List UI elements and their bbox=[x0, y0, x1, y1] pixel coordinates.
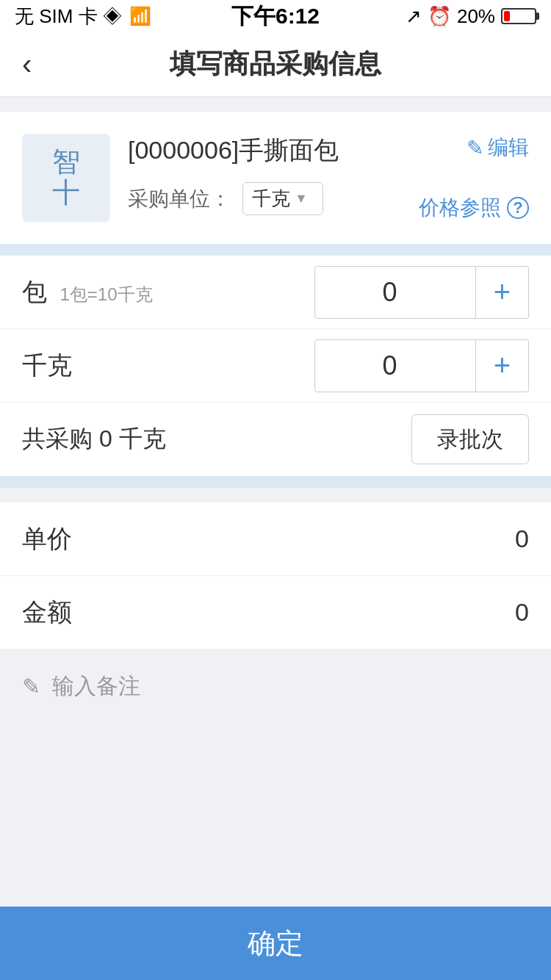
bao-plus-button[interactable]: + bbox=[476, 266, 529, 319]
remark-section[interactable]: ✎ 输入备注 bbox=[0, 649, 551, 724]
input-section: 包 1包=10千克 + 千克 + bbox=[0, 256, 551, 403]
status-right: ↗ ⏰ 20% bbox=[406, 5, 536, 28]
header: ‹ 填写商品采购信息 bbox=[0, 32, 551, 97]
remark-placeholder: 输入备注 bbox=[52, 671, 140, 702]
no-sim-text: 无 SIM 卡 ◈ bbox=[15, 4, 122, 29]
product-card: 智 十 [0000006]手撕面包 采购单位： 千克 ✎ 编辑 价格参照 ? bbox=[0, 112, 551, 244]
edit-button[interactable]: ✎ 编辑 bbox=[467, 134, 529, 162]
edit-icon: ✎ bbox=[467, 136, 483, 160]
unit-price-row: 单价 0 bbox=[0, 502, 551, 576]
confirm-button[interactable]: 确定 bbox=[0, 907, 551, 980]
bao-input-row: 包 1包=10千克 + bbox=[0, 256, 551, 329]
back-button[interactable]: ‹ bbox=[22, 48, 32, 81]
kg-label: 千克 bbox=[22, 349, 314, 383]
amount-label: 金额 bbox=[22, 596, 72, 630]
wifi-icon: 📶 bbox=[129, 6, 151, 26]
edit-label: 编辑 bbox=[488, 134, 529, 162]
amount-value: 0 bbox=[515, 598, 529, 627]
location-icon: ↗ bbox=[406, 5, 422, 28]
amount-row: 金额 0 bbox=[0, 576, 551, 649]
kg-plus-button[interactable]: + bbox=[476, 339, 529, 392]
price-section: 单价 0 金额 0 bbox=[0, 502, 551, 649]
divider-blue-2 bbox=[0, 476, 551, 488]
price-ref-label: 价格参照 bbox=[419, 194, 501, 222]
product-logo: 智 十 bbox=[52, 147, 80, 209]
battery-percent: 20% bbox=[457, 5, 495, 28]
status-time: 下午6:12 bbox=[231, 1, 320, 32]
price-ref-button[interactable]: 价格参照 ? bbox=[419, 194, 529, 222]
divider-blue bbox=[0, 244, 551, 256]
page-title: 填写商品采购信息 bbox=[170, 46, 381, 82]
bao-sublabel: 1包=10千克 bbox=[60, 284, 152, 304]
summary-text: 共采购 0 千克 bbox=[22, 423, 166, 455]
unit-price-label: 单价 bbox=[22, 522, 72, 556]
status-bar: 无 SIM 卡 ◈ 📶 下午6:12 ↗ ⏰ 20% bbox=[0, 0, 551, 32]
status-left: 无 SIM 卡 ◈ 📶 bbox=[15, 4, 151, 29]
kg-control: + bbox=[314, 339, 529, 392]
kg-input[interactable] bbox=[314, 339, 476, 392]
unit-dropdown[interactable]: 千克 bbox=[242, 182, 323, 215]
unit-label: 采购单位： bbox=[128, 185, 231, 213]
info-icon: ? bbox=[507, 197, 529, 219]
record-batch-button[interactable]: 录批次 bbox=[411, 414, 529, 464]
bao-label: 包 1包=10千克 bbox=[22, 275, 314, 309]
product-image: 智 十 bbox=[22, 134, 110, 222]
unit-price-value: 0 bbox=[515, 525, 529, 553]
bao-control: + bbox=[314, 266, 529, 319]
pencil-icon: ✎ bbox=[22, 674, 40, 699]
kg-input-row: 千克 + bbox=[0, 329, 551, 403]
alarm-icon: ⏰ bbox=[428, 5, 451, 28]
bao-input[interactable] bbox=[314, 266, 476, 319]
battery-icon bbox=[501, 8, 536, 24]
summary-row: 共采购 0 千克 录批次 bbox=[0, 403, 551, 476]
unit-value: 千克 bbox=[252, 186, 290, 212]
